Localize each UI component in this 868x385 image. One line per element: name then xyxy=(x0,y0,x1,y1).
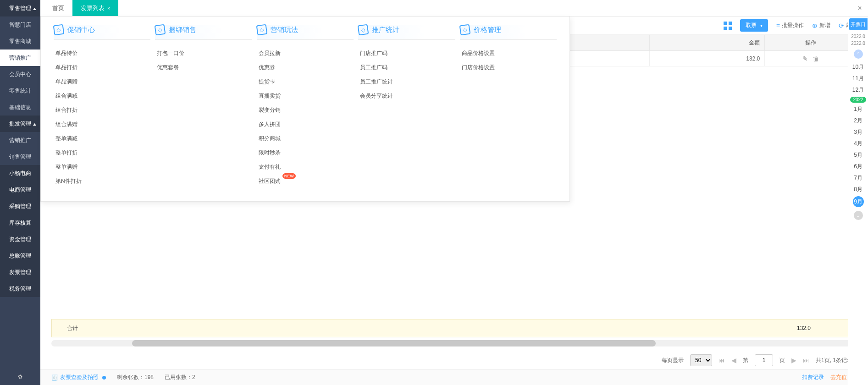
year-badge: 2022 xyxy=(850,97,866,103)
month-item[interactable]: 6月 xyxy=(850,161,866,172)
month-item[interactable]: 9月 xyxy=(853,196,864,207)
month-item[interactable]: 3月 xyxy=(850,126,866,138)
mega-item[interactable]: 优惠套餐 xyxy=(155,60,252,75)
sidebar-item-purchase[interactable]: 采购管理 xyxy=(0,198,40,214)
batch-ops-button[interactable]: ≡批量操作 xyxy=(776,22,804,29)
edit-icon[interactable]: ✎ xyxy=(802,55,808,62)
deduct-log-link[interactable]: 扣费记录 xyxy=(802,374,824,381)
mega-item[interactable]: 组合打折 xyxy=(54,103,150,117)
invoice-date-button[interactable]: 开票日 xyxy=(849,18,868,30)
page-prev-icon[interactable]: ◀ xyxy=(731,357,736,364)
month-item[interactable]: 8月 xyxy=(850,184,866,195)
month-item[interactable]: 7月 xyxy=(850,172,866,184)
mega-item[interactable]: 直播卖货 xyxy=(257,89,354,103)
tab-invoice-list[interactable]: 发票列表× xyxy=(72,0,118,16)
month-item[interactable]: 1月 xyxy=(850,104,866,115)
qr-icon[interactable] xyxy=(724,22,732,30)
sidebar-item-invoice[interactable]: 发票管理 xyxy=(0,264,40,280)
mega-item[interactable]: 门店价格设置 xyxy=(460,60,557,75)
sidebar-item-sales-mgmt[interactable]: 销售管理 xyxy=(0,148,40,165)
sidebar-item-funds[interactable]: 资金管理 xyxy=(0,231,40,248)
mega-heading: ◇捆绑销售 xyxy=(155,25,252,40)
invoice-check-link[interactable]: 🧾发票查验及拍照 xyxy=(51,374,106,381)
add-button[interactable]: ⊕新增 xyxy=(812,22,830,29)
mega-item[interactable]: 提货卡 xyxy=(257,75,354,89)
mega-item[interactable]: 整单满赠 xyxy=(54,160,150,174)
page-last-icon[interactable]: ⏭ xyxy=(803,357,809,364)
sidebar-item-inventory[interactable]: 库存核算 xyxy=(0,214,40,231)
mega-item[interactable]: 员工推广码 xyxy=(358,60,455,75)
caret-up-icon: ▴ xyxy=(33,6,36,11)
sidebar-item-ledger[interactable]: 总账管理 xyxy=(0,248,40,264)
mega-item[interactable]: 组合满减 xyxy=(54,89,150,103)
month-item[interactable]: 4月 xyxy=(850,138,866,149)
delete-icon[interactable]: 🗑 xyxy=(813,55,819,62)
sidebar-item-basic-info[interactable]: 基础信息 xyxy=(0,99,40,116)
settings-icon[interactable]: ✿ xyxy=(0,368,40,385)
mega-item[interactable]: 支付有礼 xyxy=(257,160,354,174)
per-page-select[interactable]: 50 xyxy=(690,354,712,366)
sidebar-group-wholesale[interactable]: 批发管理▴ xyxy=(0,116,40,132)
page-next-icon[interactable]: ▶ xyxy=(791,357,796,364)
close-all-tabs-icon[interactable]: × xyxy=(851,0,868,16)
mega-item[interactable]: 多人拼团 xyxy=(257,117,354,132)
mega-item[interactable]: 积分商城 xyxy=(257,132,354,146)
date-pill[interactable]: 2022.0 xyxy=(848,33,868,40)
mega-item[interactable]: 整单打折 xyxy=(54,146,150,160)
cell-ops: ✎🗑 xyxy=(765,51,857,66)
total-label: 合计 xyxy=(52,324,93,332)
mega-item[interactable]: 优惠券 xyxy=(257,60,354,75)
scrollbar-thumb[interactable] xyxy=(132,340,656,346)
sidebar-item-retail-mall[interactable]: 零售商城 xyxy=(0,33,40,50)
sidebar-item-smart-store[interactable]: 智慧门店 xyxy=(0,16,40,33)
tab-close-icon[interactable]: × xyxy=(107,6,110,11)
mega-item[interactable]: 打包一口价 xyxy=(155,46,252,60)
sidebar-item-retail-stats[interactable]: 零售统计 xyxy=(0,82,40,99)
mega-item[interactable]: 会员分享统计 xyxy=(358,89,455,103)
month-item[interactable]: 12月 xyxy=(850,84,866,96)
sidebar-item-marketing[interactable]: 营销推广 xyxy=(0,50,40,66)
mega-heading: ◇促销中心 xyxy=(54,25,150,40)
remain-count: 剩余张数：198 xyxy=(117,374,154,381)
month-item[interactable]: 2月 xyxy=(850,115,866,126)
page-first-icon[interactable]: ⏮ xyxy=(719,357,725,364)
mega-item[interactable]: 会员拉新 xyxy=(257,46,354,60)
mega-heading: ◇推广统计 xyxy=(358,25,455,40)
mega-item[interactable]: 单品满赠 xyxy=(54,75,150,89)
mega-item[interactable]: 组合满赠 xyxy=(54,117,150,132)
col-ops: 操作 xyxy=(765,35,857,51)
list-icon: ≡ xyxy=(776,22,780,29)
mega-item[interactable]: 门店推广码 xyxy=(358,46,455,60)
page-input[interactable] xyxy=(755,354,773,366)
sidebar-group-retail[interactable]: 零售管理▴ xyxy=(0,0,40,16)
scroll-up-icon[interactable]: ⌃ xyxy=(854,50,863,59)
mega-item[interactable]: 社区团购NEW xyxy=(257,174,354,188)
mega-item[interactable]: 商品价格设置 xyxy=(460,46,557,60)
mega-item[interactable]: 员工推广统计 xyxy=(358,75,455,89)
date-pill[interactable]: 2022.0 xyxy=(848,40,868,47)
mega-column: ◇推广统计门店推广码员工推广码员工推广统计会员分享统计 xyxy=(358,25,455,188)
month-item[interactable]: 5月 xyxy=(850,149,866,161)
fetch-invoice-button[interactable]: 取票▾ xyxy=(740,19,768,32)
tab-home[interactable]: 首页 xyxy=(44,0,72,16)
mega-item[interactable]: 第N件打折 xyxy=(54,174,150,188)
sidebar-item-tax[interactable]: 税务管理 xyxy=(0,280,40,297)
scroll-down-icon[interactable]: ⌄ xyxy=(854,211,863,220)
new-badge: NEW xyxy=(282,173,296,179)
mega-item[interactable]: 单品打折 xyxy=(54,60,150,75)
sidebar-item-xchang[interactable]: 小畅电商 xyxy=(0,165,40,182)
horizontal-scrollbar[interactable] xyxy=(51,340,857,346)
chevron-down-icon: ▾ xyxy=(760,23,763,28)
doc-icon: 🧾 xyxy=(51,374,58,381)
mega-item[interactable]: 整单满减 xyxy=(54,132,150,146)
mega-item[interactable]: 裂变分销 xyxy=(257,103,354,117)
sidebar-item-wholesale-marketing[interactable]: 营销推广 xyxy=(0,132,40,148)
recharge-link[interactable]: 去充值 xyxy=(830,374,847,381)
mega-item[interactable]: 限时秒杀 xyxy=(257,146,354,160)
sidebar-item-ecom[interactable]: 电商管理 xyxy=(0,182,40,198)
month-item[interactable]: 11月 xyxy=(850,73,866,84)
col-amount[interactable]: 金额 xyxy=(650,35,765,51)
month-item[interactable]: 10月 xyxy=(850,61,866,73)
mega-item[interactable]: 单品特价 xyxy=(54,46,150,60)
sidebar-item-member-center[interactable]: 会员中心 xyxy=(0,66,40,82)
